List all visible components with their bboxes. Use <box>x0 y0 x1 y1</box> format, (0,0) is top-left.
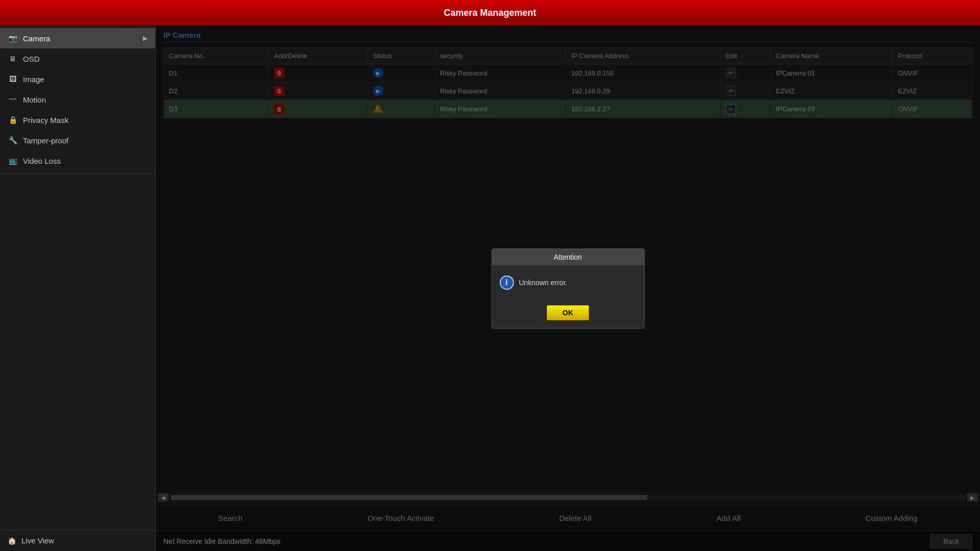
home-icon: 🏠 <box>8 537 16 545</box>
motion-icon: 〰 <box>8 94 18 105</box>
modal-title-bar: Attention <box>492 249 644 265</box>
sidebar-item-tamper-proof[interactable]: 🔧Tamper-proof <box>0 130 155 151</box>
video-loss-icon: 📺 <box>8 156 18 166</box>
content-area: IP Camera Camera No.Add/DeleteStatussecu… <box>156 26 980 551</box>
modal-box: Attention i Unknown error. OK <box>492 248 645 329</box>
ok-button[interactable]: OK <box>547 305 589 320</box>
tamper-proof-label: Tamper-proof <box>23 136 68 145</box>
sidebar-items-container: 📷Camera▶🖥OSD🖼Image〰Motion🔒Privacy Mask🔧T… <box>0 28 155 171</box>
app-title: Camera Management <box>444 8 536 18</box>
live-view-label: Live View <box>21 536 54 545</box>
tamper-proof-icon: 🔧 <box>8 135 18 145</box>
camera-icon: 📷 <box>8 33 18 43</box>
arrow-icon: ▶ <box>143 35 148 42</box>
sidebar-item-camera[interactable]: 📷Camera▶ <box>0 28 155 48</box>
modal-footer: OK <box>492 300 644 328</box>
osd-icon: 🖥 <box>8 54 18 64</box>
sidebar-item-privacy-mask[interactable]: 🔒Privacy Mask <box>0 110 155 130</box>
privacy-mask-icon: 🔒 <box>8 115 18 125</box>
sidebar-item-motion[interactable]: 〰Motion <box>0 89 155 110</box>
title-bar: Camera Management <box>0 0 980 26</box>
video-loss-label: Video Loss <box>23 157 61 165</box>
sidebar: 📷Camera▶🖥OSD🖼Image〰Motion🔒Privacy Mask🔧T… <box>0 26 156 551</box>
sidebar-item-video-loss[interactable]: 📺Video Loss <box>0 151 155 171</box>
image-label: Image <box>23 75 44 84</box>
modal-message: Unknown error. <box>519 279 568 287</box>
info-icon: i <box>500 276 514 290</box>
sidebar-item-osd[interactable]: 🖥OSD <box>0 48 155 69</box>
modal-body: i Unknown error. <box>492 265 644 300</box>
sidebar-divider <box>0 173 155 174</box>
camera-label: Camera <box>23 34 50 43</box>
privacy-mask-label: Privacy Mask <box>23 116 68 124</box>
sidebar-item-image[interactable]: 🖼Image <box>0 69 155 89</box>
motion-label: Motion <box>23 95 46 104</box>
sidebar-item-live-view[interactable]: 🏠 Live View <box>0 530 155 551</box>
image-icon: 🖼 <box>8 74 18 84</box>
modal-title-text: Attention <box>554 253 582 261</box>
modal-overlay: Attention i Unknown error. OK <box>156 26 980 551</box>
osd-label: OSD <box>23 55 40 63</box>
main-layout: 📷Camera▶🖥OSD🖼Image〰Motion🔒Privacy Mask🔧T… <box>0 26 980 551</box>
